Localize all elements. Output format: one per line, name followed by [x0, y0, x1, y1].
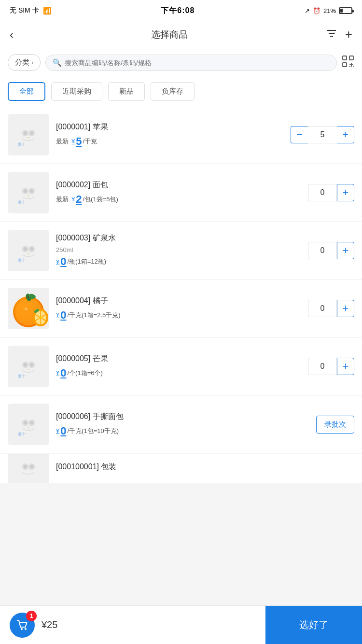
tab-negative[interactable]: 负库存 — [151, 82, 195, 101]
svg-text:督十: 督十 — [18, 432, 26, 436]
confirm-button[interactable]: 选好了 — [265, 606, 362, 644]
qty-control-0: − + — [291, 126, 354, 143]
battery-icon — [339, 7, 352, 14]
product-price-1: 最新 ¥ 2 /包(1袋=5包) — [56, 193, 301, 206]
cart-total: ¥25 — [42, 619, 57, 630]
scan-icon[interactable] — [342, 55, 354, 70]
product-price-3: ¥ 0 /千克(1箱=2.5千克) — [56, 309, 301, 322]
status-carrier: 无 SIM 卡 📶 — [10, 6, 51, 15]
cart-icon[interactable]: 1 — [10, 613, 35, 638]
product-price-2: ¥ 0 /瓶(1箱=12瓶) — [56, 255, 301, 268]
status-bar: 无 SIM 卡 📶 下午6:08 ↗ ⏰ 21% — [0, 0, 362, 21]
table-row: [000100001] 包装 — [0, 454, 362, 483]
svg-point-25 — [24, 247, 27, 251]
svg-point-16 — [30, 131, 33, 135]
product-info-1: [0000002] 面包 最新 ¥ 2 /包(1袋=5包) — [56, 180, 301, 206]
svg-point-26 — [30, 247, 33, 251]
category-button[interactable]: 分类 › — [8, 54, 41, 71]
product-code-name-0: [0000001] 苹果 — [56, 122, 284, 132]
cart-badge: 1 — [26, 611, 37, 621]
bottom-bar: 1 ¥25 选好了 — [0, 605, 362, 644]
filter-bar: 分类 › 🔍 — [0, 48, 362, 77]
svg-text:督十: 督十 — [18, 142, 26, 147]
qty-minus-button-0[interactable]: − — [291, 126, 308, 143]
qty-plus-button-3[interactable]: + — [337, 300, 354, 317]
batch-button-5[interactable]: 录批次 — [316, 416, 354, 434]
qty-input-0[interactable] — [308, 126, 337, 143]
product-list: 督十 [0000001] 苹果 最新 ¥ 5 /千克 − + — [0, 106, 362, 483]
status-right: ↗ ⏰ 21% — [305, 7, 352, 14]
product-code-name-2: [0000003] 矿泉水 — [56, 233, 301, 243]
table-row: 督十 [0000005] 芒果 ¥ 0 /个(1箱=6个) + — [0, 338, 362, 395]
svg-text:督十: 督十 — [18, 200, 26, 205]
table-row: 督十 [0000003] 矿泉水 250ml ¥ 0 /瓶(1箱=12瓶) + — [0, 222, 362, 279]
svg-text:督十: 督十 — [18, 258, 26, 263]
qty-input-3[interactable] — [308, 300, 337, 317]
status-time: 下午6:08 — [161, 6, 195, 16]
svg-text:督十: 督十 — [18, 374, 26, 378]
product-image-3 — [8, 288, 49, 329]
product-spec-2: 250ml — [56, 246, 301, 253]
qty-plus-button-2[interactable]: + — [337, 242, 354, 259]
table-row: 督十 [0000002] 面包 最新 ¥ 2 /包(1袋=5包) + — [0, 164, 362, 221]
search-box: 🔍 — [45, 55, 337, 71]
nav-right: + — [326, 27, 352, 42]
svg-point-15 — [24, 131, 27, 135]
qty-plus-button-0[interactable]: + — [337, 126, 354, 143]
svg-point-50 — [24, 421, 27, 424]
product-code-name-5: [0000006] 手撕面包 — [56, 412, 309, 422]
svg-point-46 — [30, 363, 33, 366]
svg-point-55 — [24, 465, 27, 468]
tab-all[interactable]: 全部 — [8, 82, 45, 101]
product-image-5: 督十 — [8, 404, 49, 445]
table-row: 督十 [0000001] 苹果 最新 ¥ 5 /千克 − + — [0, 106, 362, 163]
search-input[interactable] — [65, 59, 330, 67]
svg-point-20 — [24, 189, 27, 193]
product-code-name-3: [0000004] 橘子 — [56, 296, 301, 306]
search-icon: 🔍 — [53, 58, 62, 67]
product-code-name-4: [0000005] 芒果 — [56, 354, 301, 364]
svg-rect-6 — [349, 56, 353, 60]
tab-bar: 全部 近期采购 新品 负库存 — [0, 77, 362, 106]
product-image-1: 督十 — [8, 172, 49, 213]
location-icon: ↗ — [305, 7, 310, 14]
back-button[interactable]: ‹ — [10, 28, 14, 42]
product-image-2: 督十 — [8, 230, 49, 271]
product-price-4: ¥ 0 /个(1箱=6个) — [56, 367, 301, 379]
svg-point-41 — [39, 316, 42, 319]
svg-point-45 — [24, 363, 27, 366]
qty-input-2[interactable] — [308, 242, 337, 259]
qty-plus-button-4[interactable]: + — [337, 358, 354, 375]
qty-input-1[interactable] — [308, 184, 337, 201]
tab-new[interactable]: 新品 — [108, 82, 145, 101]
product-price-5: ¥ 0 /千克(1包=10千克) — [56, 425, 309, 437]
product-info-2: [0000003] 矿泉水 250ml ¥ 0 /瓶(1箱=12瓶) — [56, 233, 301, 268]
qty-control-4: + — [308, 358, 354, 375]
tab-recent[interactable]: 近期采购 — [51, 82, 102, 101]
wifi-icon: 📶 — [43, 7, 51, 14]
qty-control-2: + — [308, 242, 354, 259]
svg-point-34 — [25, 308, 28, 310]
product-image-0: 督十 — [8, 114, 49, 155]
product-info-6: [000100001] 包装 — [56, 462, 354, 475]
filter-icon[interactable] — [326, 28, 337, 42]
product-image-6 — [8, 454, 49, 483]
add-icon[interactable]: + — [345, 27, 352, 42]
qty-input-4[interactable] — [308, 358, 337, 375]
alarm-icon: ⏰ — [313, 7, 320, 14]
chevron-right-icon: › — [31, 59, 33, 66]
cart-area: 1 ¥25 — [0, 613, 265, 638]
nav-left: ‹ — [10, 28, 14, 42]
product-code-name-6: [000100001] 包装 — [56, 462, 354, 472]
qty-control-1: + — [308, 184, 354, 201]
product-price-0: 最新 ¥ 5 /千克 — [56, 135, 284, 148]
svg-point-57 — [21, 628, 23, 630]
svg-point-51 — [30, 421, 33, 424]
qty-plus-button-1[interactable]: + — [337, 184, 354, 201]
nav-bar: ‹ 选择商品 + — [0, 21, 362, 48]
battery-percent: 21% — [323, 7, 336, 14]
product-info-0: [0000001] 苹果 最新 ¥ 5 /千克 — [56, 122, 284, 148]
page-title: 选择商品 — [151, 28, 188, 41]
table-row: 督十 [0000006] 手撕面包 ¥ 0 /千克(1包=10千克) 录批次 — [0, 396, 362, 453]
svg-rect-7 — [343, 63, 347, 67]
